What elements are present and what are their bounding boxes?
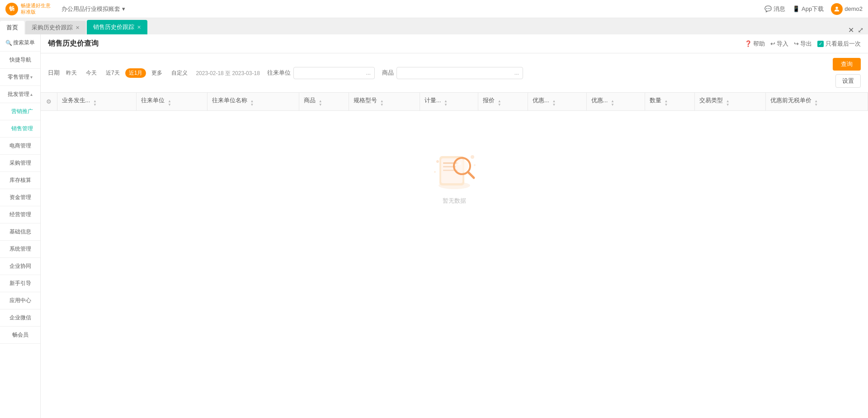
sidebar-item-sales-mgmt[interactable]: 销售管理 bbox=[0, 120, 40, 138]
date-filter: 日期 昨天 今天 近7天 近1月 更多 自定义 2023-02-18 至 202… bbox=[48, 68, 260, 78]
th-product[interactable]: 商品 ▲▼ bbox=[299, 93, 349, 111]
svg-point-8 bbox=[456, 160, 468, 172]
tab-close-purchase[interactable]: ✕ bbox=[75, 25, 80, 31]
chevron-down-icon: ▾ bbox=[30, 75, 33, 80]
th-unit-name[interactable]: 往来单位名称 ▲▼ bbox=[207, 93, 299, 111]
sidebar-item-app-center[interactable]: 应用中心 bbox=[0, 292, 40, 309]
only-last-checkbox[interactable]: ✓ bbox=[817, 41, 824, 47]
sort-icon: ▲▼ bbox=[250, 100, 254, 107]
th-spec[interactable]: 规格型号 ▲▼ bbox=[349, 93, 420, 111]
tab-close-sales[interactable]: ✕ bbox=[137, 24, 141, 30]
th-biz-date[interactable]: 业务发生... ▲▼ bbox=[57, 93, 137, 111]
export-icon: ↪ bbox=[794, 40, 799, 47]
tab-home[interactable]: 首页 bbox=[0, 21, 24, 34]
query-button[interactable]: 查询 bbox=[833, 58, 861, 71]
message-btn[interactable]: 💬 消息 bbox=[764, 5, 785, 13]
th-trade-type[interactable]: 交易类型 ▲▼ bbox=[695, 93, 766, 111]
settings-button[interactable]: 设置 bbox=[835, 74, 861, 88]
sidebar-item-guide[interactable]: 新手引导 bbox=[0, 275, 40, 292]
product-dots[interactable]: ... bbox=[514, 70, 519, 76]
sidebar-item-corp-wechat[interactable]: 企业微信 bbox=[0, 309, 40, 327]
data-table: ⚙ 业务发生... ▲▼ 往来单位 ▲▼ 往来单位名称 ▲▼ bbox=[41, 93, 868, 241]
date-btn-yesterday[interactable]: 昨天 bbox=[62, 68, 80, 78]
user-avatar[interactable]: demo2 bbox=[831, 3, 863, 15]
app-selector[interactable]: 办公用品行业模拟账套 ▾ bbox=[61, 5, 125, 13]
th-unit[interactable]: 计量... ▲▼ bbox=[420, 93, 478, 111]
sort-icon: ▲▼ bbox=[93, 100, 97, 107]
sidebar-item-ecommerce[interactable]: 电商管理 bbox=[0, 138, 40, 155]
sidebar-item-finance[interactable]: 资金管理 bbox=[0, 189, 40, 206]
import-action[interactable]: ↩ 导入 bbox=[770, 40, 788, 48]
top-bar-right: 💬 消息 📱 App下载 demo2 bbox=[764, 3, 863, 15]
svg-point-11 bbox=[436, 160, 439, 163]
th-unit-code[interactable]: 往来单位 ▲▼ bbox=[137, 93, 208, 111]
close-tab-action[interactable]: ✕ bbox=[848, 26, 854, 34]
table-settings-icon[interactable]: ⚙ bbox=[46, 98, 52, 105]
message-icon: 💬 bbox=[764, 5, 772, 12]
sidebar-item-inventory[interactable]: 库存核算 bbox=[0, 172, 40, 189]
only-last-checkbox-label[interactable]: ✓ 只看最后一次 bbox=[817, 40, 861, 48]
maximize-tab-action[interactable]: ⤢ bbox=[858, 26, 863, 34]
svg-point-14 bbox=[434, 171, 436, 173]
sidebar-item-search[interactable]: 🔍 搜索菜单 bbox=[0, 34, 40, 52]
empty-state: 暂无数据 bbox=[41, 111, 868, 241]
date-btn-7days[interactable]: 近7天 bbox=[102, 68, 123, 78]
svg-point-13 bbox=[474, 164, 476, 166]
sort-icon: ▲▼ bbox=[665, 100, 668, 107]
date-options: 昨天 今天 近7天 近1月 更多 自定义 bbox=[62, 68, 191, 78]
app-download-btn[interactable]: 📱 App下载 bbox=[793, 5, 824, 13]
svg-point-10 bbox=[458, 162, 461, 165]
download-icon: 📱 bbox=[793, 5, 800, 12]
date-btn-custom[interactable]: 自定义 bbox=[168, 68, 191, 78]
page-header: 销售历史价查询 ❓ 帮助 ↩ 导入 ↪ 导出 ✓ 只看最后一次 bbox=[41, 34, 868, 53]
filter-buttons: 查询 设置 bbox=[833, 58, 861, 88]
sidebar-item-wholesale[interactable]: 批发管理 ▴ bbox=[0, 86, 40, 103]
sidebar-item-marketing[interactable]: 营销推广 bbox=[0, 103, 40, 120]
sidebar-item-enterprise[interactable]: 企业协同 bbox=[0, 258, 40, 275]
sort-icon: ▲▼ bbox=[498, 100, 501, 107]
chevron-down-icon: ▾ bbox=[122, 5, 125, 12]
logo-icon: 畅 bbox=[5, 3, 18, 15]
sort-icon: ▲▼ bbox=[726, 100, 730, 107]
sidebar-item-quick-nav[interactable]: 快捷导航 bbox=[0, 52, 40, 69]
help-action[interactable]: ❓ 帮助 bbox=[745, 40, 765, 48]
sidebar-item-member[interactable]: 畅会员 bbox=[0, 327, 40, 344]
import-icon: ↩ bbox=[770, 40, 775, 47]
main-layout: 🔍 搜索菜单 快捷导航 零售管理 ▾ 批发管理 ▴ 营销推广 销售管理 电商管理… bbox=[0, 34, 868, 418]
tab-purchase-history[interactable]: 采购历史价跟踪 ✕ bbox=[25, 21, 86, 34]
logo-area: 畅 畅捷通好生意 标准版 bbox=[5, 3, 51, 15]
filter-row: 日期 昨天 今天 近7天 近1月 更多 自定义 2023-02-18 至 202… bbox=[48, 58, 861, 88]
tab-sales-history[interactable]: 销售历史价跟踪 ✕ bbox=[87, 20, 147, 34]
sidebar-item-basic-info[interactable]: 基础信息 bbox=[0, 223, 40, 241]
th-discount1[interactable]: 优惠... ▲▼ bbox=[528, 93, 586, 111]
export-action[interactable]: ↪ 导出 bbox=[794, 40, 812, 48]
avatar bbox=[831, 3, 843, 15]
date-btn-more[interactable]: 更多 bbox=[148, 68, 166, 78]
product-filter: 商品 ... bbox=[382, 67, 523, 79]
th-quote[interactable]: 报价 ▲▼ bbox=[478, 93, 528, 111]
th-discount2[interactable]: 优惠... ▲▼ bbox=[586, 93, 645, 111]
th-quantity[interactable]: 数量 ▲▼ bbox=[645, 93, 694, 111]
sort-icon: ▲▼ bbox=[168, 100, 171, 107]
date-btn-today[interactable]: 今天 bbox=[82, 68, 100, 78]
from-unit-input[interactable]: ... bbox=[293, 67, 375, 79]
from-unit-dots[interactable]: ... bbox=[366, 70, 371, 76]
product-input[interactable]: ... bbox=[396, 67, 523, 79]
sort-icon: ▲▼ bbox=[814, 100, 818, 107]
sort-icon: ▲▼ bbox=[611, 100, 614, 107]
top-bar: 畅 畅捷通好生意 标准版 办公用品行业模拟账套 ▾ 💬 消息 📱 App下载 d… bbox=[0, 0, 868, 18]
svg-point-12 bbox=[471, 155, 474, 159]
th-pre-tax-price[interactable]: 优惠前无税单价 ▲▼ bbox=[765, 93, 868, 111]
table-container: ⚙ 业务发生... ▲▼ 往来单位 ▲▼ 往来单位名称 ▲▼ bbox=[41, 93, 868, 418]
sidebar-item-purchase[interactable]: 采购管理 bbox=[0, 155, 40, 172]
sidebar-item-system[interactable]: 系统管理 bbox=[0, 241, 40, 258]
from-unit-filter: 往来单位 ... bbox=[267, 67, 375, 79]
date-btn-1month[interactable]: 近1月 bbox=[125, 68, 146, 78]
sidebar-item-retail[interactable]: 零售管理 ▾ bbox=[0, 69, 40, 86]
empty-text: 暂无数据 bbox=[443, 197, 466, 205]
sidebar: 🔍 搜索菜单 快捷导航 零售管理 ▾ 批发管理 ▴ 营销推广 销售管理 电商管理… bbox=[0, 34, 41, 418]
th-settings: ⚙ bbox=[41, 93, 57, 111]
date-range: 2023-02-18 至 2023-03-18 bbox=[196, 70, 259, 77]
sidebar-item-operations[interactable]: 经营管理 bbox=[0, 206, 40, 223]
content-area: 销售历史价查询 ❓ 帮助 ↩ 导入 ↪ 导出 ✓ 只看最后一次 bbox=[41, 34, 868, 418]
